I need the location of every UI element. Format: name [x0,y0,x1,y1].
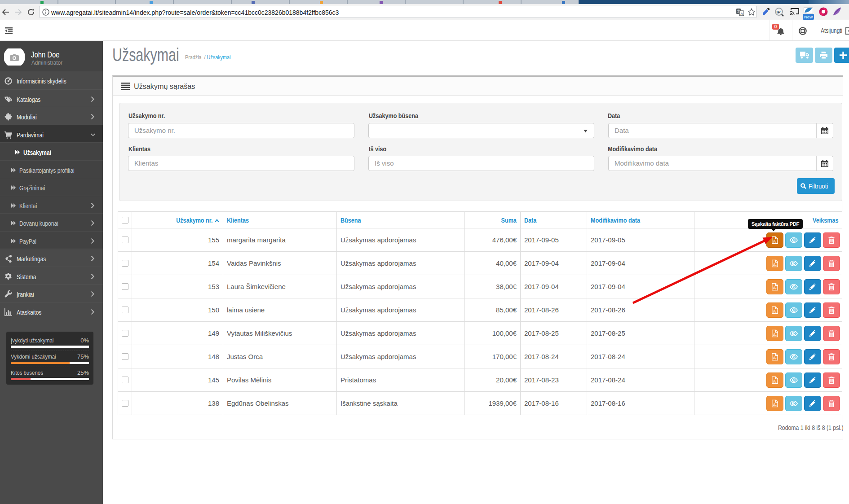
svg-text:IP: IP [777,9,781,14]
svg-text:A: A [741,12,743,16]
